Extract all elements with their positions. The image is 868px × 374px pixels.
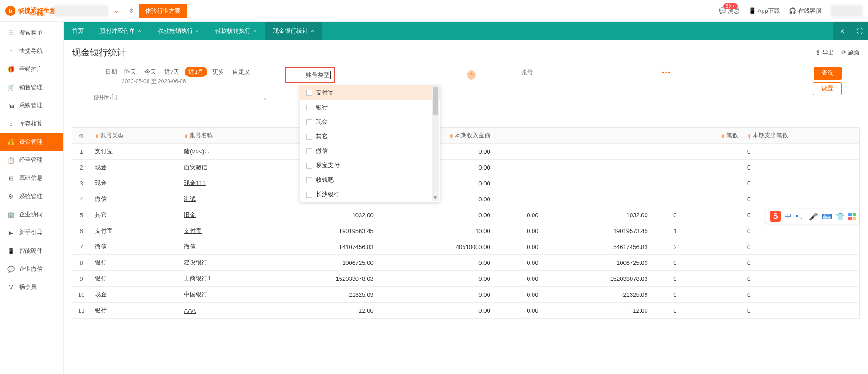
scrollbar-thumb[interactable] <box>433 87 438 115</box>
more-filters-icon[interactable]: ••• <box>662 69 671 76</box>
trial-button[interactable]: 体验行业方案 <box>139 4 187 18</box>
dropdown-option-1[interactable]: 银行 <box>300 100 440 115</box>
sidebar-item-0[interactable]: ☰搜索菜单 <box>0 24 63 42</box>
support-link[interactable]: 🎧 在线客服 <box>789 7 822 15</box>
column-header-9[interactable]: ▲▼本期支出笔数 <box>743 128 859 144</box>
account-link[interactable]: 陆(○○○)... <box>184 148 209 155</box>
column-header-2[interactable]: ▲▼账号名称 <box>179 128 268 144</box>
checkbox[interactable] <box>306 134 312 140</box>
sidebar-item-4[interactable]: 🛍采购管理 <box>0 96 63 115</box>
sidebar-item-7[interactable]: 📋经营管理 <box>0 151 63 169</box>
sidebar-item-8[interactable]: ⊞基础信息 <box>0 169 63 187</box>
dropdown-option-2[interactable]: 现金 <box>300 115 440 129</box>
account-link[interactable]: 微信 <box>184 243 196 250</box>
column-header-8[interactable]: ▲▼笔数 <box>681 128 742 144</box>
dropdown-option-7[interactable]: 长沙银行 <box>300 187 440 202</box>
sidebar-item-9[interactable]: ⚙系统管理 <box>0 187 63 205</box>
tab-0[interactable]: 首页 <box>64 22 92 40</box>
dropdown-option-5[interactable]: 易宝支付 <box>300 158 440 173</box>
org-name-blurred[interactable] <box>54 5 108 17</box>
sort-icon[interactable]: ▲▼ <box>95 133 99 139</box>
checkbox[interactable] <box>306 177 312 183</box>
account-link[interactable]: 西安微信 <box>184 164 207 170</box>
account-type-collapse-icon[interactable]: ⌃ <box>467 70 476 80</box>
tab-4[interactable]: 现金银行统计× <box>265 22 322 40</box>
account-link[interactable]: 中国银行 <box>184 291 207 298</box>
sort-icon[interactable]: ▲▼ <box>449 133 454 139</box>
refresh-button[interactable]: ⟳刷新 <box>841 49 860 57</box>
account-input[interactable] <box>538 67 657 78</box>
sidebar-item-13[interactable]: 💬企业微信 <box>0 260 63 278</box>
account-link[interactable]: 工商银行1 <box>184 275 211 282</box>
checkbox[interactable] <box>306 148 312 154</box>
org-chevron-icon[interactable]: ⌄ <box>114 7 119 14</box>
account-link[interactable]: AAA <box>184 307 196 314</box>
checkbox[interactable] <box>306 192 312 198</box>
dropdown-option-0[interactable]: 支付宝 <box>300 85 440 100</box>
checkbox[interactable] <box>306 163 312 169</box>
tab-close-icon[interactable]: × <box>196 28 199 34</box>
dropdown-option-4[interactable]: 微信 <box>300 144 440 158</box>
date-tag-5[interactable]: 自定义 <box>230 67 253 77</box>
date-tag-3[interactable]: 近1月 <box>185 67 207 77</box>
checkbox[interactable] <box>306 90 312 96</box>
sidebar-item-14[interactable]: V畅会员 <box>0 278 63 296</box>
checkbox[interactable] <box>306 119 312 125</box>
gear-icon[interactable]: ⚙ <box>79 132 84 139</box>
sort-icon[interactable]: ▲▼ <box>747 133 751 139</box>
sidebar-item-2[interactable]: 🎁营销推广 <box>0 60 63 78</box>
dept-input[interactable] <box>122 92 249 103</box>
sidebar-item-10[interactable]: 🏢企业协同 <box>0 205 63 224</box>
ime-lang-label[interactable]: 中 <box>784 212 792 221</box>
ime-toolbar[interactable]: S 中 •， 🎤 ⌨ 👕 <box>766 209 860 224</box>
checkbox[interactable] <box>306 105 312 110</box>
column-header-6[interactable] <box>543 128 652 144</box>
account-link[interactable]: 现金111 <box>184 180 206 186</box>
date-tag-2[interactable]: 近7天 <box>162 67 182 77</box>
tab-close-icon[interactable]: × <box>253 28 256 34</box>
sidebar-item-11[interactable]: ▶新手引导 <box>0 224 63 242</box>
account-link[interactable]: 建设银行 <box>184 259 207 266</box>
query-button[interactable]: 查询 <box>814 67 842 80</box>
tab-expand-button[interactable]: ⛶ <box>851 22 868 40</box>
ime-keyboard-icon[interactable]: ⌨ <box>822 212 832 221</box>
ime-mic-icon[interactable]: 🎤 <box>809 212 818 221</box>
tab-close-icon[interactable]: × <box>311 28 314 34</box>
sort-icon[interactable]: ▲▼ <box>184 133 188 139</box>
dropdown-option-6[interactable]: 收钱吧 <box>300 173 440 187</box>
ime-punct-icon[interactable]: •， <box>795 212 805 221</box>
sort-icon[interactable]: ▲▼ <box>721 133 725 139</box>
tab-close-button[interactable]: ✕ <box>833 22 851 40</box>
dropdown-option-3[interactable]: 其它 <box>300 129 440 144</box>
dept-chevron-icon[interactable]: ⌄ <box>262 94 267 101</box>
column-header-0[interactable]: ⚙ <box>72 128 90 144</box>
dropdown-scrollbar[interactable]: ▼ <box>432 86 439 201</box>
gear-icon[interactable]: ⚙ <box>129 7 134 14</box>
user-avatar-blurred[interactable] <box>831 5 863 17</box>
date-tag-1[interactable]: 今天 <box>142 67 159 77</box>
account-link[interactable]: 测试 <box>184 195 196 202</box>
messages-link[interactable]: 💬 消息 99 + <box>719 7 740 15</box>
scroll-down-icon[interactable]: ▼ <box>433 195 438 200</box>
export-button[interactable]: ⇪导出 <box>815 49 834 57</box>
date-tag-0[interactable]: 昨天 <box>122 67 139 77</box>
tab-1[interactable]: 预付冲应付单× <box>92 22 149 40</box>
tab-3[interactable]: 付款核销执行× <box>207 22 265 40</box>
ime-skin-icon[interactable]: 👕 <box>836 212 845 221</box>
account-link[interactable]: 旧金 <box>184 211 196 218</box>
account-link[interactable]: 支付宝 <box>184 227 202 234</box>
settings-button[interactable]: 设置 <box>813 82 842 95</box>
sidebar-item-3[interactable]: 🛒销售管理 <box>0 78 63 96</box>
tab-close-icon[interactable]: × <box>138 28 141 34</box>
ime-toolbox-icon[interactable] <box>848 213 856 220</box>
column-header-7[interactable] <box>652 128 681 144</box>
tab-2[interactable]: 收款核销执行× <box>149 22 207 40</box>
sidebar-item-5[interactable]: ⌂库存核算 <box>0 115 63 133</box>
date-tag-4[interactable]: 更多 <box>210 67 227 77</box>
sidebar-item-6[interactable]: 💰资金管理 <box>0 133 63 151</box>
column-header-5[interactable] <box>495 128 543 144</box>
column-header-1[interactable]: ▲▼账号类型 <box>90 128 179 144</box>
sidebar-item-12[interactable]: 📱智能硬件 <box>0 242 63 260</box>
sidebar-item-1[interactable]: ⌂快捷导航 <box>0 42 63 60</box>
app-download-link[interactable]: 📱 App下载 <box>749 7 780 15</box>
